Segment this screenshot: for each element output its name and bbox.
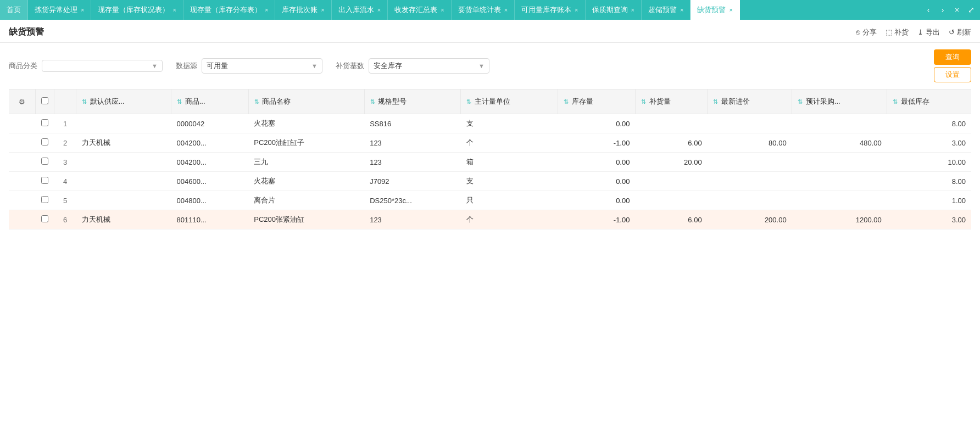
row-replenish [635,172,707,191]
col-unit[interactable]: ⇅ 主计量单位 [461,89,558,114]
row-checkbox[interactable] [41,196,48,203]
col-goods-name[interactable]: ⇅ 商品名称 [248,89,364,114]
settings-button[interactable]: 设置 [934,67,971,82]
col-latest-price[interactable]: ⇅ 最新进价 [708,89,792,114]
replenish-action[interactable]: ⬚ 补货 [886,27,909,37]
row-number: 3 [54,153,76,172]
sort-icon-est: ⇅ [798,98,803,105]
row-settings-cell [9,210,36,229]
row-supplier [76,153,171,172]
row-number: 4 [54,172,76,191]
row-settings-cell [9,172,36,191]
row-checkbox[interactable] [41,158,48,165]
tab-shortage[interactable]: 缺货预警 × [691,0,739,20]
row-checkbox-cell [36,191,54,210]
row-settings-cell [9,133,36,153]
row-checkbox[interactable] [41,138,48,145]
row-est-purchase [792,114,887,133]
row-min-stock: 1.00 [887,191,971,210]
row-min-stock: 3.00 [887,210,971,229]
row-goods-name: PC200张紧油缸 [248,210,364,229]
close-exception-tab[interactable]: × [81,7,84,13]
main-content: 缺货预警 ⎋ 分享 ⬚ 补货 ⤓ 导出 ↺ 刷新 商品分类 [0,20,980,437]
row-goods-name: 三九 [248,153,364,172]
row-spec: DS250*23c... [364,191,461,210]
tab-inout-flow[interactable]: 出入库流水 × [332,0,388,20]
col-spec[interactable]: ⇅ 规格型号 [364,89,461,114]
close-batch-account-tab[interactable]: × [321,7,324,13]
replenish-base-filter-group: 补货基数 安全库存 ▼ [336,58,489,74]
close-stock-status-tab[interactable]: × [172,7,176,13]
tab-collect-summary[interactable]: 收发存汇总表 × [388,0,451,20]
close-order-stats-tab[interactable]: × [504,7,508,13]
close-overstock-tab[interactable]: × [680,7,683,13]
tab-overstock[interactable]: 超储预警 × [642,0,691,20]
tab-stock-status[interactable]: 现存量（库存状况表） × [91,0,183,20]
category-select[interactable]: ▼ [42,60,163,72]
tab-batch-account[interactable]: 库存批次账 × [275,0,331,20]
tab-order-stats[interactable]: 要货单统计表 × [452,0,515,20]
tab-expiry-query[interactable]: 保质期查询 × [586,0,642,20]
row-goods-name: 火花塞 [248,172,364,191]
close-expiry-query-tab[interactable]: × [631,7,634,13]
row-settings-cell [9,114,36,133]
sort-icon-price: ⇅ [713,98,718,105]
tab-next-button[interactable]: › [936,3,949,16]
query-button[interactable]: 查询 [934,49,971,65]
tab-prev-button[interactable]: ‹ [922,3,935,16]
tab-exception[interactable]: 拣货异常处理 × [28,0,91,20]
row-unit: 个 [461,210,558,229]
col-min-stock[interactable]: ⇅ 最低库存 [887,89,971,114]
row-supplier [76,191,171,210]
close-available-ledger-tab[interactable]: × [575,7,578,13]
row-min-stock: 3.00 [887,133,971,153]
share-action[interactable]: ⎋ 分享 [856,27,877,37]
header-actions: ⎋ 分享 ⬚ 补货 ⤓ 导出 ↺ 刷新 [856,27,971,37]
column-settings-icon[interactable]: ⚙ [14,94,30,109]
row-checkbox-cell [36,172,54,191]
row-checkbox[interactable] [41,215,48,222]
col-est-purchase[interactable]: ⇅ 预计采购... [792,89,887,114]
sort-icon: ⇅ [82,98,87,105]
row-spec: SS816 [364,114,461,133]
datasource-select[interactable]: 可用量 ▼ [202,58,322,74]
tab-stock-dist[interactable]: 现存量（库存分布表） × [183,0,275,20]
datasource-label: 数据源 [176,61,197,71]
col-checkbox [36,89,54,114]
row-replenish: 20.00 [635,153,707,172]
row-checkbox[interactable] [41,177,48,184]
col-num [54,89,76,114]
data-table: ⚙ ⇅ 默认供应... ⇅ 商品... ⇅ [9,89,971,229]
col-replenish[interactable]: ⇅ 补货量 [635,89,707,114]
tab-available-ledger[interactable]: 可用量库存账本 × [515,0,585,20]
col-supplier[interactable]: ⇅ 默认供应... [76,89,171,114]
select-all-checkbox[interactable] [41,97,48,104]
close-inout-flow-tab[interactable]: × [377,7,381,13]
replenish-base-select[interactable]: 安全库存 ▼ [369,58,489,74]
table-row: 1 0000042 火花塞 SS816 支 0.00 8.00 [9,114,971,133]
refresh-icon: ↺ [949,28,955,36]
tab-nav-buttons: ‹ › × ⤢ [920,3,980,16]
sort-icon-replenish: ⇅ [641,98,646,105]
export-action[interactable]: ⤓ 导出 [917,27,940,37]
row-goods-code: 004600... [171,172,249,191]
row-number: 6 [54,210,76,229]
row-settings-cell [9,191,36,210]
close-collect-summary-tab[interactable]: × [441,7,444,13]
row-unit: 支 [461,114,558,133]
tab-home[interactable]: 首页 [0,0,28,20]
row-checkbox-cell [36,133,54,153]
col-stock[interactable]: ⇅ 库存量 [558,89,636,114]
row-replenish: 6.00 [635,210,707,229]
row-checkbox[interactable] [41,119,48,126]
tab-expand-button[interactable]: ⤢ [965,3,978,16]
col-goods-code[interactable]: ⇅ 商品... [171,89,249,114]
refresh-action[interactable]: ↺ 刷新 [949,27,971,37]
tab-close-all-button[interactable]: × [950,3,964,16]
row-goods-code: 004200... [171,133,249,153]
row-goods-code: 004200... [171,153,249,172]
close-shortage-tab[interactable]: × [729,7,732,13]
replenish-base-value: 安全库存 [374,61,402,71]
close-stock-dist-tab[interactable]: × [265,7,268,13]
datasource-filter-group: 数据源 可用量 ▼ [176,58,322,74]
